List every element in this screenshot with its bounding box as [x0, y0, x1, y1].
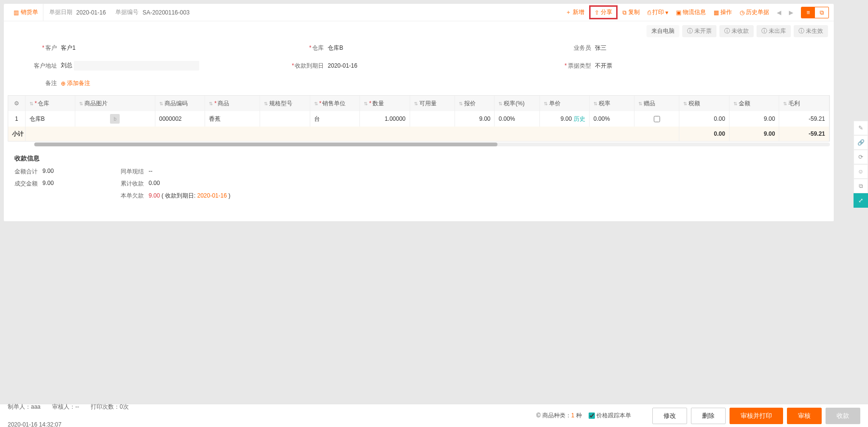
rail-link-icon[interactable]: 🔗 — [854, 135, 868, 150]
sort-icon: ⇅ — [544, 101, 548, 106]
col-price[interactable]: ⇅单价 — [539, 96, 589, 111]
redacted-address — [74, 61, 199, 71]
field-warehouse: *仓库仓库B — [285, 44, 552, 52]
cell-profit: -59.21 — [779, 111, 829, 127]
rail-user-icon[interactable]: ☺ — [854, 164, 868, 179]
col-taxrate[interactable]: ⇅税率 — [590, 96, 634, 111]
subtotal-row: 小计 0.00 9.00 -59.21 — [8, 127, 829, 141]
doc-no: SA-20200116-003 — [142, 9, 189, 16]
col-spec[interactable]: ⇅规格型号 — [260, 96, 310, 111]
rail-expand-icon[interactable]: ⤢ — [854, 193, 868, 208]
sort-icon: ⇅ — [364, 101, 368, 106]
sales-order-icon: ▥ — [14, 9, 19, 16]
cell-unit: 台 — [310, 111, 359, 127]
share-button[interactable]: ⇪分享 — [592, 7, 615, 18]
document-tab[interactable]: ▥ 销货单 — [9, 4, 43, 21]
col-quote[interactable]: ⇅报价 — [455, 96, 495, 111]
col-image[interactable]: ⇅商品图片 — [75, 96, 155, 111]
view-toggle: ≡ ⧉ — [801, 7, 829, 18]
copy-icon: ⧉ — [622, 9, 627, 16]
status-from-pc: 来自电脑 — [647, 25, 679, 37]
footer-meta: 制单人：aaa 审核人：-- 打印次数：0次 2020-01-16 14:32:… — [8, 403, 129, 427]
cell-gift — [634, 111, 679, 127]
plus-icon: ＋ — [565, 8, 571, 16]
sort-icon: ⇅ — [414, 101, 418, 106]
copyright-icon: © — [536, 412, 540, 419]
sort-icon: ⇅ — [593, 101, 597, 106]
col-taxamt[interactable]: ⇅税额 — [679, 96, 729, 111]
subtotal-label: 小计 — [8, 127, 25, 141]
info-icon: ⓘ — [799, 27, 804, 35]
doc-date: 2020-01-16 — [76, 9, 106, 16]
rail-layers-icon[interactable]: ⧉ — [854, 179, 868, 193]
rail-note-icon[interactable]: ✎ — [854, 121, 868, 135]
col-profit[interactable]: ⇅毛利 — [779, 96, 829, 111]
col-discount[interactable]: ⇅税率(%) — [495, 96, 539, 111]
modify-button[interactable]: 修改 — [652, 408, 687, 424]
cell-product: 香蕉 — [205, 111, 260, 127]
col-warehouse[interactable]: ⇅*仓库 — [25, 96, 75, 111]
field-customer: *客户客户1 — [18, 44, 285, 52]
col-code[interactable]: ⇅商品编码 — [155, 96, 205, 111]
doc-meta: 单据日期 2020-01-16 单据编号 SA-20200116-003 — [49, 8, 190, 16]
sort-icon: ⇅ — [209, 101, 213, 106]
document-panel: ▥ 销货单 单据日期 2020-01-16 单据编号 SA-20200116-0… — [4, 4, 834, 221]
sort-icon: ⇅ — [264, 101, 268, 106]
status-not-invoiced: ⓘ未开票 — [682, 25, 716, 37]
field-due-date: *收款到期日2020-01-16 — [285, 61, 552, 71]
price-history-link[interactable]: 历史 — [574, 115, 585, 122]
items-table: ⚙ ⇅*仓库 ⇅商品图片 ⇅商品编码 ⇅*商品 ⇅规格型号 ⇅*销售单位 ⇅*数… — [8, 95, 830, 142]
tab-title: 销货单 — [21, 8, 38, 16]
receive-button[interactable]: 收款 — [826, 408, 860, 424]
price-follow-checkbox[interactable] — [589, 413, 595, 419]
info-icon: ⓘ — [687, 27, 693, 35]
col-gift[interactable]: ⇅赠品 — [634, 96, 679, 111]
topbar: ▥ 销货单 单据日期 2020-01-16 单据编号 SA-20200116-0… — [4, 4, 834, 21]
cell-taxamt: 0.00 — [679, 111, 729, 127]
next-record[interactable]: ▶ — [786, 9, 796, 16]
cell-spec — [260, 111, 310, 127]
status-not-effective: ⓘ未生效 — [794, 25, 828, 37]
field-cust-addr: 客户地址刘总 — [18, 61, 285, 71]
col-available[interactable]: ⇅可用量 — [410, 96, 455, 111]
info-icon: ⓘ — [724, 27, 730, 35]
gift-checkbox[interactable] — [654, 116, 660, 122]
plus-circle-icon: ⊕ — [61, 80, 66, 87]
grid-icon: ▦ — [714, 9, 719, 16]
horizontal-scrollbar[interactable] — [8, 142, 830, 147]
delete-button[interactable]: 删除 — [691, 408, 726, 424]
prev-record[interactable]: ◀ — [774, 9, 784, 16]
col-settings[interactable]: ⚙ — [8, 96, 25, 111]
history-button[interactable]: ◷历史单据 — [737, 7, 772, 18]
subtotal-profit: -59.21 — [779, 127, 829, 141]
audit-print-button[interactable]: 审核并打印 — [730, 408, 783, 424]
sort-icon: ⇅ — [314, 101, 318, 106]
add-remark-link[interactable]: ⊕添加备注 — [61, 79, 90, 87]
price-follow-checkbox-label[interactable]: 价格跟踪本单 — [589, 412, 631, 420]
product-image-placeholder[interactable]: b — [110, 114, 120, 124]
col-qty[interactable]: ⇅*数量 — [360, 96, 410, 111]
audit-button[interactable]: 审核 — [787, 408, 822, 424]
col-product[interactable]: ⇅*商品 — [205, 96, 260, 111]
print-button[interactable]: ⎙打印▾ — [645, 7, 671, 18]
operate-button[interactable]: ▦操作 — [711, 7, 735, 18]
view-card[interactable]: ⧉ — [815, 7, 828, 18]
subtotal-tax: 0.00 — [679, 127, 729, 141]
cell-price: 9.00历史 — [539, 111, 589, 127]
copy-button[interactable]: ⧉复制 — [620, 7, 643, 18]
doc-date-label: 单据日期 — [49, 8, 72, 16]
col-unit[interactable]: ⇅*销售单位 — [310, 96, 359, 111]
field-salesman: 业务员张三 — [552, 44, 819, 52]
sort-icon: ⇅ — [733, 101, 737, 106]
rail-refresh-icon[interactable]: ⟳ — [854, 150, 868, 164]
new-button[interactable]: ＋新增 — [563, 7, 587, 18]
payment-title: 收款信息 — [14, 154, 823, 163]
status-row: 来自电脑 ⓘ未开票 ⓘ未收款 ⓘ未出库 ⓘ未生效 — [4, 21, 834, 39]
chevron-down-icon: ▾ — [665, 9, 668, 16]
logistics-button[interactable]: ▣物流信息 — [673, 7, 709, 18]
table-row[interactable]: 1 仓库B b 0000002 香蕉 台 1.00000 9.00 0.00% … — [8, 111, 829, 127]
subtotal-amount: 9.00 — [729, 127, 779, 141]
share-highlight: ⇪分享 — [589, 5, 618, 19]
col-amount[interactable]: ⇅金额 — [729, 96, 779, 111]
view-list[interactable]: ≡ — [801, 7, 815, 18]
